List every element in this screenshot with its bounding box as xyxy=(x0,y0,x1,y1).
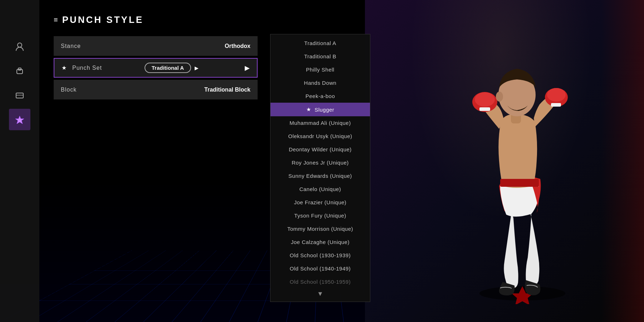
nav-arrow-right[interactable]: ▶ xyxy=(245,64,250,72)
dropdown-item-calzaghe[interactable]: Joe Calzaghe (Unique) xyxy=(270,235,370,249)
selected-star: ★ xyxy=(306,106,311,113)
dropdown-item-traditional-b[interactable]: Traditional B xyxy=(270,50,370,63)
dropdown-item-philly-shell[interactable]: Philly Shell xyxy=(270,63,370,76)
stance-value: Orthodox xyxy=(225,43,250,49)
dropdown-item-old-school-30[interactable]: Old School (1930-1939) xyxy=(270,249,370,262)
punch-set-label: Punch Set xyxy=(72,65,102,71)
dropdown-item-canelo[interactable]: Canelo (Unique) xyxy=(270,182,370,196)
svg-point-13 xyxy=(547,88,566,102)
svg-marker-5 xyxy=(15,116,24,124)
block-row[interactable]: Block Traditional Block xyxy=(54,80,258,99)
dropdown-item-ali[interactable]: Muhammad Ali (Unique) xyxy=(270,116,370,130)
sidebar-icon-punch[interactable] xyxy=(9,60,30,82)
stance-label: Stance xyxy=(61,43,81,49)
punch-set-star: ★ xyxy=(62,64,67,71)
stance-row[interactable]: Stance Orthodox xyxy=(54,36,258,56)
dropdown-item-usyk[interactable]: Oleksandr Usyk (Unique) xyxy=(270,130,370,143)
sidebar-icon-block[interactable] xyxy=(9,84,30,106)
sidebar xyxy=(0,0,39,322)
svg-point-0 xyxy=(18,43,22,47)
dropdown-item-roy-jones[interactable]: Roy Jones Jr (Unique) xyxy=(270,156,370,169)
dropdown-item-morrison[interactable]: Tommy Morrison (Unique) xyxy=(270,222,370,235)
title-icon: ≡ xyxy=(54,16,58,24)
svg-rect-14 xyxy=(551,103,561,107)
dropdown-scroll-down[interactable]: ▼ xyxy=(270,288,370,299)
svg-rect-11 xyxy=(479,107,490,111)
dropdown-item-wilder[interactable]: Deontay Wilder (Unique) xyxy=(270,143,370,156)
dropdown-item-sunny-edwards[interactable]: Sunny Edwards (Unique) xyxy=(270,169,370,182)
dropdown-item-hands-down[interactable]: Hands Down xyxy=(270,76,370,89)
dropdown-item-traditional-a[interactable]: Traditional A xyxy=(270,36,370,50)
sidebar-icon-special[interactable] xyxy=(9,109,30,130)
punch-set-arrow[interactable]: ▶ xyxy=(195,65,199,71)
dropdown-item-fury[interactable]: Tyson Fury (Unique) xyxy=(270,209,370,222)
boxer-character xyxy=(408,11,623,304)
dropdown-item-slugger[interactable]: ★ Slugger xyxy=(270,103,370,116)
dropdown-panel: Traditional A Traditional B Philly Shell… xyxy=(270,34,370,302)
main-content: ≡ PUNCH STYLE Stance Orthodox ★ Punch Se… xyxy=(39,0,290,322)
dropdown-item-old-school-50[interactable]: Old School (1950-1959) xyxy=(270,275,370,288)
block-label: Block xyxy=(61,87,77,93)
page-title: PUNCH STYLE xyxy=(62,14,143,25)
svg-point-10 xyxy=(475,92,495,107)
dropdown-item-frazier[interactable]: Joe Frazier (Unique) xyxy=(270,196,370,209)
svg-rect-3 xyxy=(16,93,23,98)
dropdown-item-peek-a-boo[interactable]: Peek-a-boo xyxy=(270,89,370,103)
punch-set-row[interactable]: ★ Punch Set Traditional A ▶ ▶ xyxy=(54,58,258,78)
sidebar-icon-profile[interactable] xyxy=(9,36,30,57)
dropdown-item-old-school-40[interactable]: Old School (1940-1949) xyxy=(270,262,370,275)
punch-set-value: Traditional A xyxy=(152,65,184,71)
punch-set-value-pill[interactable]: Traditional A xyxy=(145,63,191,73)
punch-set-value-container: Traditional A ▶ xyxy=(145,63,199,73)
svg-rect-8 xyxy=(500,179,539,187)
page-title-container: ≡ PUNCH STYLE xyxy=(54,14,275,25)
svg-point-17 xyxy=(496,92,503,102)
block-value: Traditional Block xyxy=(204,87,250,93)
